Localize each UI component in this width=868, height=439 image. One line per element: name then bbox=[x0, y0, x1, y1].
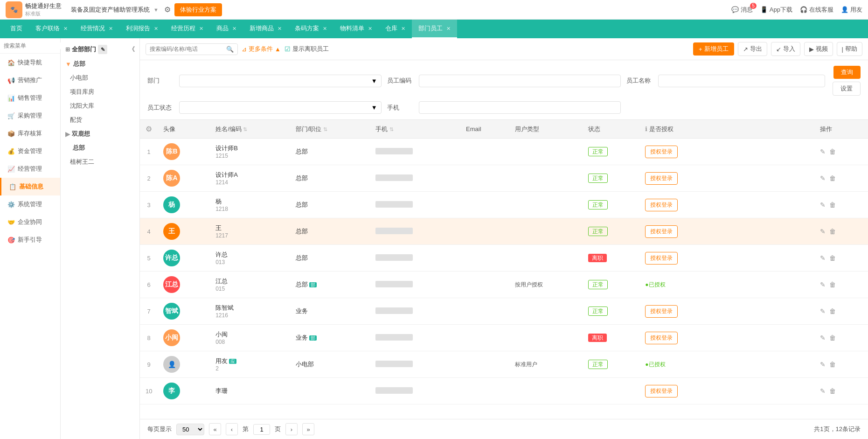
dept-tree-item-distribution[interactable]: 配货 bbox=[61, 113, 139, 127]
help-button[interactable]: | 帮助 bbox=[837, 42, 862, 56]
edit-button[interactable]: ✎ bbox=[820, 174, 826, 182]
show-resigned-checkbox[interactable]: ☑ 显示离职员工 bbox=[285, 45, 329, 53]
edit-button[interactable]: ✎ bbox=[820, 361, 826, 368]
sidebar-item-collab[interactable]: 🤝 企业协同 bbox=[0, 213, 60, 231]
edit-button[interactable]: ✎ bbox=[820, 387, 826, 395]
delete-button[interactable]: 🗑 bbox=[829, 387, 836, 395]
auth-button[interactable]: 授权登录 bbox=[645, 146, 678, 158]
edit-button[interactable]: ✎ bbox=[820, 307, 826, 315]
reset-button[interactable]: 设置 bbox=[833, 82, 861, 96]
add-employee-button[interactable]: + 新增员工 bbox=[693, 42, 734, 56]
tab-close-department[interactable]: ✕ bbox=[446, 26, 451, 32]
sidebar-item-system[interactable]: ⚙️ 系统管理 bbox=[0, 195, 60, 213]
tab-department[interactable]: 部门员工✕ bbox=[412, 20, 457, 38]
sidebar-item-nav[interactable]: 🏠 快捷导航 bbox=[0, 54, 60, 71]
col-settings-icon[interactable]: ⚙ bbox=[146, 125, 152, 133]
edit-button[interactable]: ✎ bbox=[820, 334, 826, 341]
auth-button[interactable]: 授权登录 bbox=[645, 385, 678, 397]
page-size-select[interactable]: 50 100 bbox=[176, 424, 204, 435]
delete-button[interactable]: 🗑 bbox=[829, 174, 836, 182]
dept-tree-item-zhishu[interactable]: 植树王二 bbox=[61, 155, 139, 169]
tab-close-goods[interactable]: ✕ bbox=[232, 26, 236, 32]
status-select[interactable]: ▼ bbox=[179, 101, 382, 114]
trial-button[interactable]: 体验行业方案 bbox=[174, 3, 222, 16]
view-button[interactable]: ▶ 视频 bbox=[804, 42, 833, 56]
tab-close-barcode[interactable]: ✕ bbox=[323, 26, 327, 32]
delete-button[interactable]: 🗑 bbox=[829, 281, 836, 288]
sort-dept-icon[interactable]: ⇅ bbox=[323, 126, 327, 132]
tab-close-profit[interactable]: ✕ bbox=[154, 26, 158, 32]
edit-button[interactable]: ✎ bbox=[820, 228, 826, 235]
tab-history[interactable]: 经营历程✕ bbox=[165, 20, 210, 38]
app-download-button[interactable]: 📱 App下载 bbox=[760, 6, 792, 14]
settings-icon[interactable]: ⚙ bbox=[164, 5, 171, 14]
sidebar-item-marketing[interactable]: 📢 营销推广 bbox=[0, 71, 60, 89]
tab-close-history[interactable]: ✕ bbox=[199, 26, 203, 32]
sidebar-item-finance[interactable]: 💰 资金管理 bbox=[0, 142, 60, 160]
dept-select[interactable]: ▼ bbox=[179, 75, 382, 87]
auth-button[interactable]: 授权登录 bbox=[645, 225, 678, 238]
dept-tree-parent-zongbu2[interactable]: 总部 bbox=[61, 141, 139, 155]
online-service-button[interactable]: 🎧 在线客服 bbox=[800, 6, 833, 14]
tab-operation[interactable]: 经营情况✕ bbox=[74, 20, 119, 38]
sidebar-item-inventory[interactable]: 📦 库存核算 bbox=[0, 125, 60, 142]
search-input[interactable] bbox=[150, 46, 224, 52]
sidebar-item-basic-info[interactable]: 📋 基础信息 bbox=[0, 178, 60, 195]
tab-home[interactable]: 首页 bbox=[4, 20, 29, 38]
sidebar-item-operation-mgmt[interactable]: 📈 经营管理 bbox=[0, 160, 60, 178]
name-input[interactable] bbox=[658, 75, 825, 87]
delete-button[interactable]: 🗑 bbox=[829, 228, 836, 235]
dept-tree-parent-shuanglu[interactable]: ▶ 双鹿想 bbox=[61, 127, 139, 141]
export-button[interactable]: ↗ 导出 bbox=[738, 42, 767, 56]
next-page-button[interactable]: › bbox=[285, 423, 298, 435]
prev-page-button[interactable]: ‹ bbox=[226, 423, 238, 435]
sidebar-item-purchase[interactable]: 🛒 采购管理 bbox=[0, 107, 60, 125]
delete-button[interactable]: 🗑 bbox=[829, 334, 836, 341]
last-page-button[interactable]: » bbox=[302, 423, 314, 435]
tab-close-new-goods[interactable]: ✕ bbox=[278, 26, 282, 32]
auth-button[interactable]: 授权登录 bbox=[645, 172, 678, 185]
code-input[interactable] bbox=[419, 75, 621, 87]
tab-barcode[interactable]: 条码方案✕ bbox=[288, 20, 333, 38]
auth-button[interactable]: 授权登录 bbox=[645, 199, 678, 211]
delete-button[interactable]: 🗑 bbox=[829, 148, 836, 155]
delete-button[interactable]: 🗑 bbox=[829, 254, 836, 262]
edit-button[interactable]: ✎ bbox=[820, 201, 826, 209]
dept-tree-item-xiaodian[interactable]: 小电部 bbox=[61, 71, 139, 85]
query-button[interactable]: 查询 bbox=[833, 66, 861, 79]
dept-tree-parent-zongbu[interactable]: ▼ 总部 bbox=[61, 57, 139, 71]
edit-button[interactable]: ✎ bbox=[820, 281, 826, 288]
tab-bom[interactable]: 物料清单✕ bbox=[333, 20, 379, 38]
import-button[interactable]: ↙ 导入 bbox=[771, 42, 800, 56]
sort-name-icon[interactable]: ⇅ bbox=[243, 126, 247, 132]
system-dropdown-arrow[interactable]: ▼ bbox=[153, 7, 159, 13]
first-page-button[interactable]: « bbox=[209, 423, 221, 435]
message-button[interactable]: 💬 消息 5 bbox=[731, 6, 753, 14]
tab-close-operation[interactable]: ✕ bbox=[109, 26, 113, 32]
phone-input[interactable] bbox=[419, 101, 621, 114]
auth-button[interactable]: 授权登录 bbox=[645, 252, 678, 265]
tab-customer[interactable]: 客户联络✕ bbox=[29, 20, 74, 38]
tab-new-goods[interactable]: 新增商品✕ bbox=[243, 20, 288, 38]
dept-collapse-icon[interactable]: 《 bbox=[129, 45, 135, 54]
tab-close-warehouse[interactable]: ✕ bbox=[401, 26, 405, 32]
sidebar-item-guide[interactable]: 🎯 新手引导 bbox=[0, 231, 60, 249]
dept-tree-item-shenyang[interactable]: 沈阳大库 bbox=[61, 99, 139, 113]
page-number-input[interactable] bbox=[253, 424, 270, 435]
dept-tree-item-project[interactable]: 项目库房 bbox=[61, 85, 139, 99]
edit-button[interactable]: ✎ bbox=[820, 254, 826, 262]
auth-button[interactable]: 授权登录 bbox=[645, 332, 678, 344]
more-conditions-button[interactable]: ⊿ 更多条件 ▲ bbox=[242, 45, 281, 53]
user-avatar[interactable]: 👤 用友 bbox=[841, 6, 862, 14]
delete-button[interactable]: 🗑 bbox=[829, 201, 836, 209]
tab-profit[interactable]: 利润报告✕ bbox=[119, 20, 165, 38]
delete-button[interactable]: 🗑 bbox=[829, 361, 836, 368]
edit-button[interactable]: ✎ bbox=[820, 148, 826, 155]
sort-phone-icon[interactable]: ⇅ bbox=[389, 126, 394, 132]
delete-button[interactable]: 🗑 bbox=[829, 307, 836, 315]
sidebar-item-sales[interactable]: 📊 销售管理 bbox=[0, 89, 60, 107]
auth-button[interactable]: 授权登录 bbox=[645, 305, 678, 318]
tab-warehouse[interactable]: 仓库✕ bbox=[379, 20, 412, 38]
dept-edit-icon[interactable]: ✎ bbox=[98, 45, 107, 54]
tab-close-customer[interactable]: ✕ bbox=[63, 26, 68, 32]
